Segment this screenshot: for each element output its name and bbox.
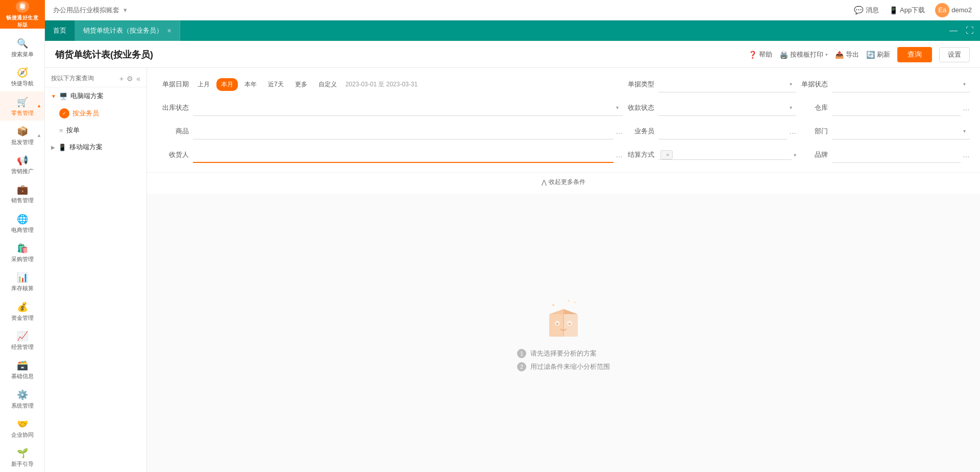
- sidebar-item-newbie[interactable]: 🌱 新手引导: [0, 442, 44, 471]
- tip-num-2: 2: [517, 362, 526, 371]
- message-icon: 💬: [854, 6, 864, 15]
- active-scheme-indicator: ✓: [59, 108, 69, 119]
- date-btn-last-month[interactable]: 上月: [193, 78, 214, 91]
- sidebar-item-finance[interactable]: 💰 资金管理: [0, 296, 44, 325]
- expand-icon-mobile: ▶: [51, 145, 55, 150]
- settlement-tag-remove[interactable]: ×: [666, 152, 669, 158]
- user-profile[interactable]: Ea demo2: [935, 3, 972, 17]
- sidebar-item-search[interactable]: 🔍 搜索菜单: [0, 33, 44, 62]
- logo-label: 畅捷通好生意: [6, 14, 38, 21]
- header-actions: ❓ 帮助 🖨️ 按模板打印 ▾ 📤 导出 🔄 刷新: [748, 47, 970, 62]
- sidebar-item-sales[interactable]: 💼 销售管理: [0, 179, 44, 208]
- message-btn[interactable]: 💬 消息: [854, 6, 879, 15]
- sidebar-item-purchase-label: 采购管理: [11, 255, 34, 263]
- tree-item-mobile[interactable]: ▶ 📱 移动端方案: [45, 138, 146, 156]
- date-range-display: 2023-03-01 至 2023-03-31: [346, 80, 418, 89]
- date-btn-more[interactable]: 更多: [290, 78, 312, 91]
- out-status-select[interactable]: ▾: [193, 100, 623, 116]
- refresh-btn[interactable]: 🔄 刷新: [866, 50, 890, 59]
- consignee-input[interactable]: [193, 147, 614, 163]
- breadcrumb-text: 办公用品行业模拟账套: [53, 6, 119, 15]
- help-btn[interactable]: ❓ 帮助: [748, 50, 772, 59]
- doc-status-select[interactable]: ▾: [832, 76, 970, 92]
- app-download-label: App下载: [900, 6, 925, 15]
- goods-input[interactable]: [193, 123, 614, 139]
- logo: 畅捷通好生意 标版: [0, 0, 45, 29]
- query-button[interactable]: 查询: [897, 47, 932, 62]
- empty-state: 1 请先选择要分析的方案 2 用过滤条件来缩小分析范围: [517, 295, 610, 371]
- svg-point-5: [552, 304, 554, 306]
- help-icon: ❓: [748, 51, 757, 59]
- tree-item-by-order[interactable]: ≡ 按单: [45, 122, 146, 138]
- tab-report[interactable]: 销货单统计表（按业务员） ✕: [75, 20, 180, 41]
- filter-row-1: 单据日期 上月 本月 本年 近7天 更多 自定义 2023-03-01 至 20…: [157, 76, 970, 92]
- export-btn[interactable]: 📤 导出: [835, 50, 859, 59]
- salesperson-input[interactable]: [658, 123, 787, 139]
- left-panel-header: 按以下方案查询 + ⚙ «: [45, 68, 146, 87]
- warehouse-input[interactable]: [832, 100, 961, 116]
- sidebar-item-retail[interactable]: 🛒 零售管理 ▲: [0, 91, 44, 121]
- sidebar-item-inventory[interactable]: 📊 库存核算: [0, 267, 44, 296]
- sidebar-item-enterprise-label: 企业协同: [11, 431, 34, 438]
- sidebar-item-quicknav-label: 快捷导航: [11, 80, 34, 87]
- sidebar-item-wholesale[interactable]: 📦 批发管理 ▲: [0, 121, 44, 150]
- department-select[interactable]: ▾: [832, 123, 970, 139]
- goods-ellipsis[interactable]: …: [616, 127, 623, 135]
- settlement-input-area: ×: [658, 150, 792, 160]
- page-title-area: 销货单统计表(按业务员) ❓ 帮助 🖨️ 按模板打印 ▾ 📤 导出: [45, 41, 980, 67]
- expand-icon: ▼: [51, 93, 56, 99]
- scheme-settings-btn[interactable]: ⚙: [127, 75, 133, 83]
- out-status-field: 出库状态 ▾: [157, 100, 623, 116]
- tip-text-1: 请先选择要分析的方案: [530, 349, 597, 358]
- sidebar-item-quicknav[interactable]: 🧭 快捷导航: [0, 62, 44, 91]
- order-icon: ≡: [59, 127, 63, 134]
- add-scheme-btn[interactable]: +: [119, 75, 124, 83]
- brand-ellipsis[interactable]: …: [963, 151, 970, 159]
- settlement-field: 结算方式 × ▾: [623, 150, 796, 160]
- left-panel: 按以下方案查询 + ⚙ « ▼ 🖥️ 电脑端方案 ✓: [45, 68, 147, 472]
- tab-expand-btn[interactable]: ⛶: [964, 24, 976, 37]
- app-download-btn[interactable]: 📱 App下载: [889, 6, 925, 15]
- doc-type-arrow: ▾: [790, 81, 792, 87]
- sidebar-item-system[interactable]: ⚙️ 系统管理: [0, 384, 44, 413]
- doc-type-select[interactable]: ▾: [658, 76, 796, 92]
- warehouse-ellipsis[interactable]: …: [963, 104, 970, 112]
- tree-item-by-salesperson[interactable]: ✓ 按业务员: [45, 105, 146, 122]
- template-print-btn[interactable]: 🖨️ 按模板打印 ▾: [779, 50, 828, 59]
- consignee-ellipsis[interactable]: …: [616, 151, 623, 159]
- sidebar-item-finance-label: 资金管理: [11, 314, 34, 321]
- collapse-panel-btn[interactable]: «: [136, 75, 140, 83]
- date-btn-this-month[interactable]: 本月: [216, 78, 238, 91]
- salesperson-ellipsis[interactable]: …: [789, 127, 796, 135]
- sidebar-item-marketing-label: 营销推广: [11, 168, 34, 175]
- breadcrumb-dropdown-icon[interactable]: ▾: [124, 6, 127, 14]
- consignee-field: 收货人 …: [157, 147, 623, 163]
- receipt-status-select[interactable]: ▾: [658, 100, 796, 116]
- tree-item-desktop[interactable]: ▼ 🖥️ 电脑端方案: [45, 87, 146, 105]
- collapse-btn[interactable]: ⋀ 收起更多条件: [535, 176, 592, 188]
- receipt-status-field: 收款状态 ▾: [623, 100, 796, 116]
- tab-home[interactable]: 首页: [45, 20, 75, 41]
- newbie-icon: 🌱: [17, 447, 28, 459]
- date-btn-7days[interactable]: 近7天: [263, 78, 288, 91]
- tab-minimize-btn[interactable]: —: [947, 24, 960, 37]
- tab-close-icon[interactable]: ✕: [167, 28, 172, 34]
- date-filter-buttons: 上月 本月 本年 近7天 更多 自定义 2023-03-01 至 2023-03…: [193, 78, 418, 91]
- sidebar-item-ecommerce[interactable]: 🌐 电商管理: [0, 208, 44, 238]
- empty-tips: 1 请先选择要分析的方案 2 用过滤条件来缩小分析范围: [517, 349, 610, 371]
- settings-button[interactable]: 设置: [939, 47, 970, 62]
- sidebar-item-operations[interactable]: 📈 经营管理: [0, 325, 44, 355]
- sidebar-item-enterprise[interactable]: 🤝 企业协同: [0, 413, 44, 442]
- sidebar-item-purchase[interactable]: 🛍️ 采购管理: [0, 238, 44, 267]
- sidebar-nav: 🔍 搜索菜单 🧭 快捷导航 🛒 零售管理 ▲ 📦 批发管理 ▲ 📢 营销推广 💼…: [0, 29, 44, 472]
- date-btn-custom[interactable]: 自定义: [314, 78, 341, 91]
- date-btn-this-year[interactable]: 本年: [240, 78, 261, 91]
- tree-label-mobile: 移动端方案: [69, 143, 103, 152]
- left-panel-icons: + ⚙ «: [119, 75, 140, 83]
- sidebar-item-marketing[interactable]: 📢 营销推广: [0, 150, 44, 179]
- main-area: 办公用品行业模拟账套 ▾ 💬 消息 📱 App下载 Ea demo2 首页: [45, 0, 980, 472]
- doc-type-field: 单据类型 ▾: [623, 76, 796, 92]
- content-body: 按以下方案查询 + ⚙ « ▼ 🖥️ 电脑端方案 ✓: [45, 68, 980, 472]
- sidebar-item-basicinfo[interactable]: 🗃️ 基础信息: [0, 355, 44, 384]
- brand-input[interactable]: [832, 147, 961, 163]
